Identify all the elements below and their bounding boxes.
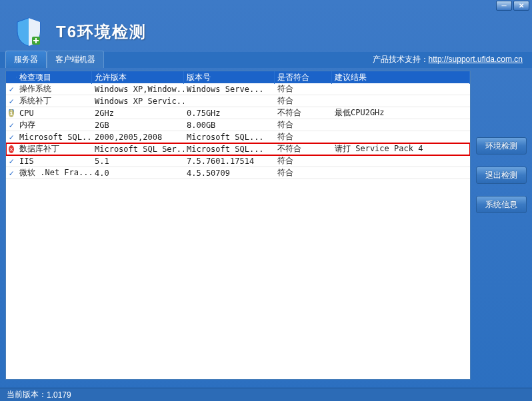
cell-version: 7.5.7601.17514 [184,157,275,166]
cell-item: 微软 .Net Fra... [17,167,92,179]
check-icon: ✓ [9,133,13,142]
table-header: 检查项目 允许版本 版本号 是否符合 建议结果 [6,71,470,83]
tab-bar: 服务器客户端机器 产品技术支持：http://support.ufida.com… [0,52,532,68]
col-version: 版本号 [184,71,275,84]
table-row[interactable]: ✓微软 .Net Fra...4.04.5.50709符合 [6,167,470,179]
cell-match: 符合 [275,155,332,167]
header: T6环境检测 [0,12,532,52]
cell-allow: 2000,2005,2008 [92,133,184,142]
close-button[interactable]: ✕ [513,1,529,11]
cell-allow: 2GHz [92,109,184,118]
status-label: 当前版本： [7,389,47,400]
support-url[interactable]: http://support.ufida.com.cn [429,55,523,64]
window-titlebar: ─ ✕ [0,0,532,12]
cell-item: Microsoft SQL... [17,133,92,142]
status-version: 1.0179 [47,390,71,400]
cell-allow: 4.0 [92,169,184,178]
cell-item: IIS [17,157,92,166]
svg-rect-2 [33,40,39,41]
cell-version: 4.5.50709 [184,169,275,178]
info-icon: i [9,109,14,117]
check-icon: ✓ [9,169,13,178]
support-link: 产品技术支持：http://support.ufida.com.cn [373,54,523,65]
check-icon: ✓ [9,157,13,166]
cell-match: 符合 [275,95,332,107]
check-icon: ✓ [9,121,13,130]
cell-match: 符合 [275,119,332,131]
cell-allow: 5.1 [92,157,184,166]
tab-1[interactable]: 客户端机器 [47,51,104,68]
table-row[interactable]: ✓内存2GB8.00GB符合 [6,119,470,131]
col-allow: 允许版本 [92,71,184,84]
cell-allow: Windows XP,Window... [92,85,184,94]
cell-allow: Windows XP Servic... [92,97,184,106]
table-row[interactable]: ✓操作系统Windows XP,Window...Windows Serve..… [6,83,470,95]
minimize-button[interactable]: ─ [496,1,512,11]
results-table: 检查项目 允许版本 版本号 是否符合 建议结果 ✓操作系统Windows XP,… [5,71,471,380]
cell-item: 数据库补丁 [17,143,92,155]
status-bar: 当前版本： 1.0179 [0,388,532,401]
exit-button[interactable]: 退出检测 [476,167,527,184]
tab-0[interactable]: 服务器 [5,51,47,68]
side-buttons: 环境检测 退出检测 系统信息 [476,71,527,380]
cell-match: 不符合 [275,107,332,119]
cell-item: 系统补丁 [17,95,92,107]
cell-item: CPU [17,109,92,118]
cell-match: 不符合 [275,143,332,155]
cell-advice: 请打 Service Pack 4 [332,143,470,155]
app-title: T6环境检测 [56,21,147,43]
col-advice: 建议结果 [332,71,470,84]
table-row[interactable]: ✓IIS5.17.5.7601.17514符合 [6,155,470,167]
table-row[interactable]: iCPU2GHz0.75GHz不符合最低CPU2GHz [6,107,470,119]
cell-match: 符合 [275,167,332,179]
table-row[interactable]: ✕数据库补丁Microsoft SQL Ser...Microsoft SQL.… [6,143,470,155]
main-area: 检查项目 允许版本 版本号 是否符合 建议结果 ✓操作系统Windows XP,… [5,71,527,380]
table-row[interactable]: ✓Microsoft SQL...2000,2005,2008Microsoft… [6,131,470,143]
col-match: 是否符合 [275,71,332,84]
error-icon: ✕ [9,145,14,153]
cell-version: Microsoft SQL... [184,145,275,154]
table-row[interactable]: ✓系统补丁Windows XP Servic...符合 [6,95,470,107]
sysinfo-button[interactable]: 系统信息 [476,196,527,213]
check-icon: ✓ [9,85,13,94]
cell-version: 8.00GB [184,121,275,130]
check-button[interactable]: 环境检测 [476,137,527,155]
cell-version: 0.75GHz [184,109,275,118]
cell-allow: 2GB [92,121,184,130]
check-icon: ✓ [9,97,13,106]
cell-version: Windows Serve... [184,85,275,94]
cell-match: 符合 [275,131,332,143]
col-item: 检查项目 [17,71,92,84]
cell-advice: 最低CPU2GHz [332,107,470,119]
cell-item: 操作系统 [17,83,92,95]
cell-allow: Microsoft SQL Ser... [92,145,184,154]
shield-icon [13,17,44,47]
table-body: ✓操作系统Windows XP,Window...Windows Serve..… [6,83,470,379]
cell-match: 符合 [275,83,332,95]
cell-item: 内存 [17,119,92,131]
cell-version: Microsoft SQL... [184,133,275,142]
